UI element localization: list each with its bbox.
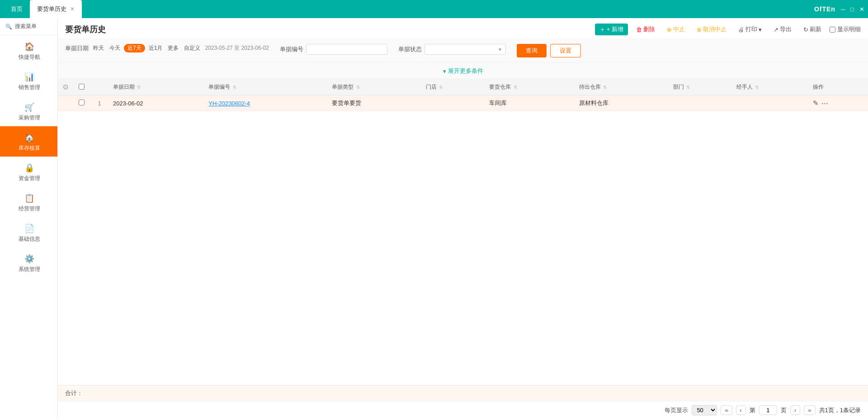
- sidebar-item-system[interactable]: ⚙️ 系统管理: [0, 248, 57, 278]
- next-page-btn[interactable]: ›: [790, 405, 800, 415]
- tab-requisition-history[interactable]: 要货单历史 ✕: [30, 0, 82, 18]
- th-store-label: 门店: [426, 84, 437, 90]
- display-detail-checkbox[interactable]: [830, 27, 835, 33]
- date-btn-more[interactable]: 更多: [166, 44, 180, 52]
- per-page-select[interactable]: 50 100: [692, 405, 717, 415]
- td-doc-type: 要货单要货: [327, 95, 421, 111]
- operations-icon: 📋: [24, 193, 34, 203]
- new-button[interactable]: ＋ + 新增: [595, 24, 628, 35]
- th-store-sort[interactable]: ⇅: [439, 85, 443, 90]
- refresh-button[interactable]: ↻ 刷新: [800, 24, 825, 35]
- td-settings: [58, 95, 74, 111]
- td-num: 1: [90, 95, 108, 111]
- sidebar-item-operations[interactable]: 📋 经营管理: [0, 187, 57, 217]
- tab-requisition-label: 要货单历史: [37, 5, 66, 13]
- chevron-down-icon: ▾: [443, 68, 446, 75]
- tab-home[interactable]: 首页: [4, 0, 30, 18]
- filter-docno-label: 单据编号: [280, 45, 303, 53]
- sidebar-item-purchase[interactable]: 🛒 采购管理: [0, 96, 57, 126]
- date-btn-7days[interactable]: 近7天: [124, 44, 145, 52]
- date-btn-today[interactable]: 今天: [108, 44, 122, 52]
- pagination: 每页显示 50 100 « ‹ 第 页 › » 共1页，1条记录: [58, 401, 868, 419]
- toolbar: ＋ + 新增 🗑 删除 ⊗ 中止 ⊗ 取消中止: [595, 24, 861, 35]
- th-date-sort[interactable]: ⇅: [137, 85, 141, 90]
- th-action-label: 操作: [813, 84, 824, 90]
- window-minimize-btn[interactable]: ─: [841, 6, 845, 13]
- filter-docno-input[interactable]: [306, 44, 387, 55]
- td-req-warehouse: 车间库: [485, 95, 575, 111]
- sidebar-item-purchase-label: 采购管理: [19, 114, 40, 122]
- print-button[interactable]: 🖨 打印 ▾: [735, 24, 765, 35]
- table-settings-icon[interactable]: ⚙: [62, 83, 69, 91]
- content-inner: 要货单历史 ＋ + 新增 🗑 删除 ⊗ 中止 ⊗: [58, 18, 868, 419]
- doc-no-link[interactable]: YH-20230602-4: [208, 100, 250, 107]
- stop-button[interactable]: ⊗ 中止: [663, 24, 689, 35]
- export-button[interactable]: ↗ 导出: [770, 24, 795, 35]
- th-handler-sort[interactable]: ⇅: [755, 85, 759, 90]
- th-req-warehouse-sort[interactable]: ⇅: [514, 85, 517, 90]
- cancel-stop-label: 取消中止: [703, 25, 726, 33]
- sidebar-item-finance[interactable]: 🔒 资金管理: [0, 157, 57, 187]
- sidebar-item-quick-nav[interactable]: 🏠 快捷导航: [0, 35, 57, 66]
- query-button[interactable]: 查询: [517, 44, 547, 57]
- sidebar-search[interactable]: 🔍 搜索菜单: [0, 18, 57, 35]
- sidebar-item-basic-info[interactable]: 📄 基础信息: [0, 217, 57, 248]
- th-department-sort[interactable]: ⇅: [686, 85, 690, 90]
- page-first-label: 第: [750, 406, 755, 414]
- date-btn-custom[interactable]: 自定义: [182, 44, 202, 52]
- search-icon: 🔍: [5, 24, 12, 30]
- page-input[interactable]: [759, 405, 777, 415]
- delete-icon: 🗑: [636, 26, 642, 33]
- filter-status-wrapper: [425, 44, 506, 55]
- expand-more-btn[interactable]: ▾ 展开更多条件: [443, 67, 483, 75]
- sidebar: 🔍 搜索菜单 🏠 快捷导航 📊 销售管理 🛒 采购管理 🏠 库存核算 🔒 资金管…: [0, 18, 58, 419]
- select-all-checkbox[interactable]: [79, 84, 85, 90]
- sidebar-search-label: 搜索菜单: [15, 23, 37, 30]
- th-doc-no-label: 单据编号: [208, 84, 230, 90]
- print-label: 打印: [745, 25, 757, 33]
- filter-status-select[interactable]: [425, 44, 506, 55]
- th-doc-no-sort[interactable]: ⇅: [233, 85, 236, 90]
- page-title: 要货单历史: [65, 24, 106, 35]
- tab-close-icon[interactable]: ✕: [70, 6, 75, 12]
- last-page-btn[interactable]: »: [804, 405, 815, 415]
- th-settings: ⚙: [58, 79, 74, 95]
- stop-label: 中止: [673, 25, 685, 33]
- edit-icon[interactable]: ✎: [813, 99, 819, 107]
- th-req-warehouse-label: 要货仓库: [489, 84, 511, 90]
- th-pending-warehouse-sort[interactable]: ⇅: [603, 85, 607, 90]
- th-req-warehouse: 要货仓库 ⇅: [485, 79, 575, 95]
- prev-page-btn[interactable]: ‹: [736, 405, 746, 415]
- sidebar-item-inventory[interactable]: 🏠 库存核算: [0, 126, 57, 157]
- th-action: 操作: [808, 79, 868, 95]
- stop-icon: ⊗: [667, 26, 672, 33]
- window-close-btn[interactable]: ✕: [859, 6, 864, 13]
- requisition-table: ⚙ 单据日期 ⇅ 单据编号: [58, 79, 868, 111]
- content-area: 要货单历史 ＋ + 新增 🗑 删除 ⊗ 中止 ⊗: [58, 18, 868, 419]
- setting-button[interactable]: 设置: [550, 44, 581, 57]
- action-icons: ✎ ⋯: [813, 99, 863, 107]
- filter-expand-row: ▾ 展开更多条件: [58, 62, 868, 79]
- filter-docno-group: 单据编号: [280, 44, 387, 55]
- th-doc-type: 单据类型 ⇅: [327, 79, 421, 95]
- display-detail-toggle[interactable]: 显示明细: [830, 25, 861, 33]
- filter-date-label: 单据日期: [65, 44, 89, 52]
- td-pending-warehouse: 原材料仓库: [575, 95, 669, 111]
- more-icon[interactable]: ⋯: [821, 99, 828, 107]
- delete-button[interactable]: 🗑 删除: [632, 24, 659, 35]
- td-checkbox: [74, 95, 90, 111]
- top-bar-right: OfTEn ─ □ ✕: [814, 5, 864, 13]
- th-doc-type-sort[interactable]: ⇅: [356, 85, 360, 90]
- window-maximize-btn[interactable]: □: [850, 6, 854, 13]
- sidebar-item-sales[interactable]: 📊 销售管理: [0, 66, 57, 96]
- first-page-btn[interactable]: «: [721, 405, 732, 415]
- date-btn-1month[interactable]: 近1月: [147, 44, 165, 52]
- filter-date-buttons: 昨天 今天 近7天 近1月 更多 自定义: [91, 44, 202, 52]
- filter-date-group: 单据日期 昨天 今天 近7天 近1月 更多 自定义 2023-05-27 至 2…: [65, 44, 269, 52]
- sidebar-item-basic-info-label: 基础信息: [19, 235, 40, 243]
- cancel-stop-button[interactable]: ⊗ 取消中止: [693, 24, 730, 35]
- th-handler: 经手人 ⇅: [732, 79, 808, 95]
- row-checkbox[interactable]: [79, 100, 85, 105]
- date-btn-yesterday[interactable]: 昨天: [91, 44, 106, 52]
- cancel-stop-icon: ⊗: [697, 26, 702, 33]
